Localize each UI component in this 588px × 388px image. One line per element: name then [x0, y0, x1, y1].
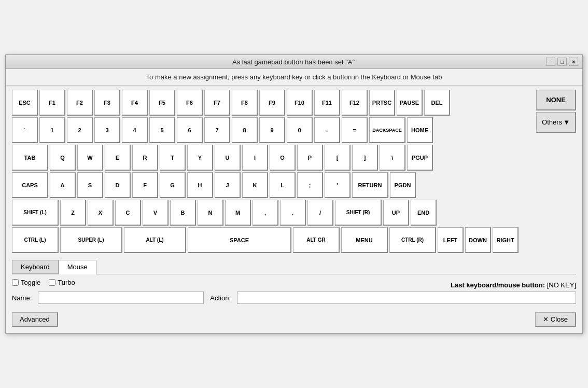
key-rbracket[interactable]: ]	[352, 145, 378, 171]
key-q[interactable]: Q	[50, 145, 76, 171]
key-u[interactable]: U	[215, 145, 241, 171]
main-window: As last gamepad button has been set "A" …	[5, 54, 583, 334]
key-b[interactable]: B	[170, 200, 196, 226]
tab-keyboard[interactable]: Keyboard	[12, 260, 59, 274]
key-4[interactable]: 4	[122, 117, 148, 143]
key-shift-r[interactable]: SHIFT (R)	[335, 200, 382, 226]
key-x[interactable]: X	[88, 200, 114, 226]
key-6[interactable]: 6	[177, 117, 203, 143]
name-input[interactable]	[38, 292, 204, 304]
close-window-button[interactable]: ✕	[569, 58, 578, 66]
turbo-checkbox[interactable]	[49, 279, 55, 286]
key-g[interactable]: G	[160, 172, 186, 198]
key-d[interactable]: D	[105, 172, 131, 198]
key-ctrl-r[interactable]: CTRL (R)	[389, 227, 436, 253]
key-t[interactable]: T	[160, 145, 186, 171]
key-1[interactable]: 1	[39, 117, 65, 143]
key-9[interactable]: 9	[259, 117, 285, 143]
key-r[interactable]: R	[132, 145, 158, 171]
key-slash[interactable]: /	[307, 200, 333, 226]
key-f2[interactable]: F2	[67, 90, 93, 116]
key-n[interactable]: N	[198, 200, 223, 226]
key-backslash[interactable]: \	[380, 145, 405, 171]
key-pause[interactable]: PAUSE	[397, 90, 423, 116]
key-prtsc[interactable]: PRTSC	[369, 90, 395, 116]
key-equals[interactable]: =	[342, 117, 368, 143]
key-f[interactable]: F	[132, 172, 158, 198]
tab-mouse[interactable]: Mouse	[59, 260, 96, 274]
key-f11[interactable]: F11	[314, 90, 340, 116]
key-f3[interactable]: F3	[94, 90, 120, 116]
key-3[interactable]: 3	[94, 117, 120, 143]
key-v[interactable]: V	[143, 200, 169, 226]
key-semicolon[interactable]: ;	[297, 172, 323, 198]
key-up[interactable]: UP	[383, 200, 409, 226]
key-quote[interactable]: '	[325, 172, 351, 198]
key-tab[interactable]: TAB	[12, 145, 48, 171]
key-pgup[interactable]: PGUP	[407, 145, 433, 171]
key-z[interactable]: Z	[60, 200, 86, 226]
key-o[interactable]: O	[270, 145, 296, 171]
key-f9[interactable]: F9	[259, 90, 285, 116]
key-super-l[interactable]: SUPER (L)	[60, 227, 122, 253]
key-backspace[interactable]: BACKSPACE	[369, 117, 405, 143]
action-input[interactable]	[237, 292, 576, 304]
key-down[interactable]: DOWN	[465, 227, 491, 253]
key-left[interactable]: LEFT	[438, 227, 464, 253]
key-m[interactable]: M	[225, 200, 251, 226]
key-f10[interactable]: F10	[287, 90, 313, 116]
key-return[interactable]: RETURN	[352, 172, 388, 198]
key-space[interactable]: SPACE	[188, 227, 291, 253]
key-f5[interactable]: F5	[149, 90, 175, 116]
key-w[interactable]: W	[77, 145, 103, 171]
key-comma[interactable]: ,	[253, 200, 278, 226]
key-l[interactable]: L	[270, 172, 296, 198]
minimize-button[interactable]: −	[546, 58, 555, 66]
key-c[interactable]: C	[115, 200, 141, 226]
key-e[interactable]: E	[105, 145, 131, 171]
key-f4[interactable]: F4	[122, 90, 148, 116]
advanced-button[interactable]: Advanced	[12, 312, 58, 327]
key-f7[interactable]: F7	[204, 90, 230, 116]
key-pgdn[interactable]: PGDN	[390, 172, 416, 198]
key-esc[interactable]: ESC	[12, 90, 38, 116]
key-8[interactable]: 8	[232, 117, 258, 143]
key-f8[interactable]: F8	[232, 90, 258, 116]
key-5[interactable]: 5	[149, 117, 175, 143]
key-shift-l[interactable]: SHIFT (L)	[12, 200, 59, 226]
key-caps[interactable]: CAPS	[12, 172, 48, 198]
key-period[interactable]: .	[280, 200, 306, 226]
key-ctrl-l[interactable]: CTRL (L)	[12, 227, 59, 253]
key-i[interactable]: I	[242, 145, 268, 171]
toggle-checkbox[interactable]	[12, 279, 19, 286]
restore-button[interactable]: □	[557, 58, 567, 66]
bottom-area: Toggle Turbo Last keyboard/mouse button:…	[6, 274, 582, 333]
main-keys: ESC F1 F2 F3 F4 F5 F6 F7 F8 F9 F10 F11 F…	[12, 90, 531, 255]
key-menu[interactable]: MENU	[341, 227, 388, 253]
key-p[interactable]: P	[297, 145, 323, 171]
key-minus[interactable]: -	[314, 117, 340, 143]
key-h[interactable]: H	[187, 172, 213, 198]
key-k[interactable]: K	[242, 172, 268, 198]
key-home[interactable]: HOME	[407, 117, 433, 143]
key-a[interactable]: A	[50, 172, 76, 198]
key-j[interactable]: J	[215, 172, 241, 198]
key-f12[interactable]: F12	[342, 90, 368, 116]
key-lbracket[interactable]: [	[325, 145, 351, 171]
key-del[interactable]: DEL	[424, 90, 450, 116]
key-f1[interactable]: F1	[39, 90, 65, 116]
none-button[interactable]: NONE	[536, 90, 576, 110]
others-button[interactable]: Others ▼	[536, 112, 576, 133]
close-button[interactable]: ✕ Close	[535, 312, 576, 327]
key-right[interactable]: RIGHT	[493, 227, 519, 253]
key-end[interactable]: END	[411, 200, 437, 226]
key-0[interactable]: 0	[287, 117, 313, 143]
key-alt-l[interactable]: ALT (L)	[124, 227, 186, 253]
key-alt-gr[interactable]: ALT GR	[293, 227, 340, 253]
key-7[interactable]: 7	[204, 117, 230, 143]
key-s[interactable]: S	[77, 172, 103, 198]
key-y[interactable]: Y	[187, 145, 213, 171]
key-f6[interactable]: F6	[177, 90, 203, 116]
key-backtick[interactable]: `	[12, 117, 38, 143]
key-2[interactable]: 2	[67, 117, 93, 143]
